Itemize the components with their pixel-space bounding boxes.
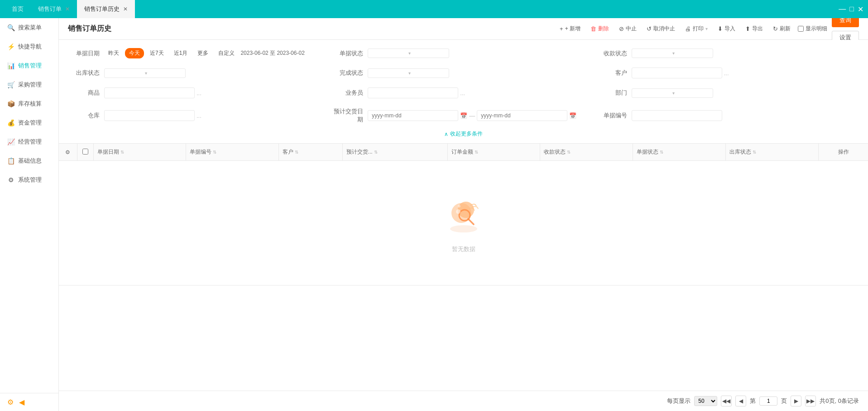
tab-home[interactable]: 首页 <box>5 0 31 18</box>
last-page-button[interactable]: ▶▶ <box>805 396 816 406</box>
sidebar-item-basic-info[interactable]: 📋 基础信息 <box>0 151 58 170</box>
page-size-label: 每页显示 <box>667 397 691 405</box>
table-settings-col[interactable]: ⚙ <box>59 144 77 161</box>
tab-sales-order-history[interactable]: 销售订单历史 ✕ <box>77 0 135 18</box>
settings-bottom-icon[interactable]: ⚙ <box>7 398 14 406</box>
warehouse-label: 仓库 <box>68 111 104 120</box>
receipt-status-select[interactable]: ▾ <box>632 48 713 58</box>
warehouse-input[interactable] <box>104 110 195 121</box>
filter-bill-no-cell: 单据编号 <box>595 105 859 126</box>
col-customer-sort-icon: ⇅ <box>295 150 298 155</box>
receipt-status-label: 收款状态 <box>595 49 632 58</box>
sidebar-item-finance[interactable]: 💰 资金管理 <box>0 113 58 132</box>
sidebar-item-quick-nav[interactable]: ⚡ 快捷导航 <box>0 37 58 56</box>
salesperson-input[interactable] <box>368 87 458 98</box>
goods-dots-icon[interactable]: ... <box>197 90 201 97</box>
calendar-end-icon[interactable]: 📅 <box>569 112 576 119</box>
delivery-date-start-input[interactable] <box>368 110 458 121</box>
goods-content: ... <box>104 87 331 98</box>
col-out-status-sort-icon: ⇅ <box>753 150 756 155</box>
warehouse-dots-icon[interactable]: ... <box>197 112 201 119</box>
tab-sales-order-history-close[interactable]: ✕ <box>123 6 128 12</box>
delete-button[interactable]: 🗑 删除 <box>588 23 612 34</box>
col-amount-sort[interactable]: 订单金额 ⇅ <box>451 148 537 156</box>
date-btn-custom[interactable]: 自定义 <box>214 48 239 58</box>
stop-button[interactable]: ⊘ 中止 <box>616 23 639 34</box>
filter-warehouse-cell: 仓库 ... <box>68 105 331 126</box>
svg-point-0 <box>450 225 477 232</box>
select-all-checkbox[interactable] <box>82 149 88 155</box>
print-arrow-icon: ▾ <box>705 26 708 31</box>
date-range-separator: — <box>469 112 475 119</box>
col-date: 单据日期 ⇅ <box>93 144 186 161</box>
col-bill-status-sort[interactable]: 单据状态 ⇅ <box>637 148 722 156</box>
new-icon: + <box>560 25 563 32</box>
col-out-status-sort[interactable]: 出库状态 ⇅ <box>729 148 815 156</box>
goods-input[interactable] <box>104 87 195 98</box>
export-button[interactable]: ⬆ 导出 <box>743 23 766 34</box>
first-page-button[interactable]: ◀◀ <box>721 396 732 406</box>
new-button[interactable]: + + 新增 <box>557 23 583 34</box>
cancel-stop-button[interactable]: ↺ 取消中止 <box>644 23 678 34</box>
out-status-label: 出库状态 <box>68 69 104 77</box>
display-detail-checkbox-label[interactable]: 显示明细 <box>798 25 827 33</box>
col-receipt-status-sort[interactable]: 收款状态 ⇅ <box>544 148 629 156</box>
date-btn-more[interactable]: 更多 <box>193 48 212 58</box>
out-status-select[interactable]: ▾ <box>104 68 186 78</box>
sidebar-item-sales[interactable]: 📊 销售管理 <box>0 56 58 75</box>
minimize-button[interactable]: — <box>839 5 846 13</box>
close-button[interactable]: ✕ <box>858 5 863 14</box>
filter-bill-status-cell: 单据状态 ▾ <box>331 45 595 61</box>
delivery-date-end-input[interactable] <box>477 110 567 121</box>
customer-input[interactable] <box>632 68 722 78</box>
maximize-button[interactable]: □ <box>849 5 854 13</box>
col-delivery-sort[interactable]: 预计交货... ⇅ <box>346 148 444 156</box>
collapse-sidebar-icon[interactable]: ◀ <box>19 398 24 406</box>
bill-no-content <box>632 110 859 121</box>
page-number-input[interactable] <box>759 396 777 406</box>
quick-nav-icon: ⚡ <box>7 43 14 50</box>
date-btn-yesterday[interactable]: 昨天 <box>104 48 123 58</box>
refresh-button[interactable]: ↻ 刷新 <box>770 23 793 34</box>
col-bill-no-sort[interactable]: 单据编号 ⇅ <box>190 148 275 156</box>
sidebar-bottom: ⚙ ◀ <box>0 393 58 411</box>
date-btn-1month[interactable]: 近1月 <box>170 48 192 58</box>
date-btn-7days[interactable]: 近7天 <box>146 48 168 58</box>
window-controls: — □ ✕ <box>839 5 863 14</box>
sidebar-item-purchase[interactable]: 🛒 采购管理 <box>0 75 58 94</box>
table-checkbox-col <box>77 144 93 161</box>
col-date-sort[interactable]: 单据日期 ⇅ <box>97 148 182 156</box>
print-icon: 🖨 <box>685 25 691 32</box>
query-button[interactable]: 查询 <box>832 18 859 27</box>
display-detail-checkbox[interactable] <box>798 26 804 32</box>
tab-sales-order-close[interactable]: ✕ <box>65 6 70 12</box>
bill-no-input[interactable] <box>632 110 722 121</box>
date-btn-today[interactable]: 今天 <box>125 48 144 58</box>
content-area: 销售订单历史 + + 新增 🗑 删除 ⊘ 中止 ↺ 取消中止 <box>59 18 868 411</box>
complete-status-arrow-icon: ▾ <box>408 71 445 76</box>
empty-state: 暂无数据 <box>62 165 864 280</box>
filter-salesperson-cell: 业务员 ... <box>331 85 595 101</box>
page-size-select[interactable]: 50 100 200 <box>694 396 717 406</box>
filter-dept-cell: 部门 ▾ <box>595 85 859 101</box>
import-button[interactable]: ⬇ 导入 <box>715 23 738 34</box>
calendar-start-icon[interactable]: 📅 <box>460 112 467 119</box>
sidebar-item-system[interactable]: ⚙ 系统管理 <box>0 170 58 189</box>
dept-select[interactable]: ▾ <box>632 88 713 98</box>
stop-icon: ⊘ <box>619 25 624 32</box>
out-status-content: ▾ <box>104 68 331 78</box>
sidebar-item-operations[interactable]: 📈 经营管理 <box>0 132 58 151</box>
tab-sales-order[interactable]: 销售订单 ✕ <box>31 0 77 18</box>
table-settings-icon[interactable]: ⚙ <box>65 149 70 155</box>
salesperson-dots-icon[interactable]: ... <box>460 90 465 97</box>
customer-dots-icon[interactable]: ... <box>724 70 729 77</box>
complete-status-select[interactable]: ▾ <box>368 68 449 78</box>
collapse-filter-link[interactable]: ∧ 收起更多条件 <box>68 128 859 138</box>
print-button[interactable]: 🖨 打印 ▾ <box>682 23 710 34</box>
prev-page-button[interactable]: ◀ <box>735 396 746 406</box>
col-customer-sort[interactable]: 客户 ⇅ <box>283 148 338 156</box>
next-page-button[interactable]: ▶ <box>791 396 801 406</box>
sidebar-item-inventory[interactable]: 📦 库存核算 <box>0 94 58 113</box>
sidebar-item-search[interactable]: 🔍 搜索菜单 <box>0 18 58 37</box>
bill-status-select[interactable]: ▾ <box>368 48 449 58</box>
